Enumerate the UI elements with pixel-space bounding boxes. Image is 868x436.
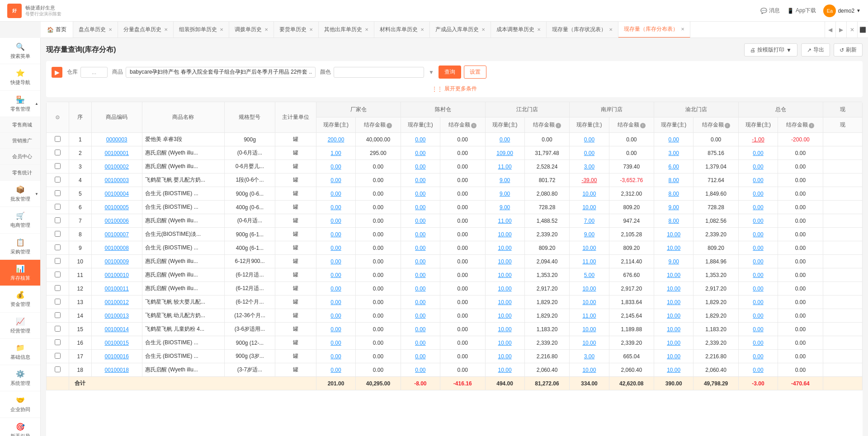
search-btn[interactable]: 查询 [439,66,461,79]
cell-factory-qty: 0.00 [316,173,355,187]
tab-product-in-close[interactable]: ✕ [481,27,485,32]
tab-material-out-close[interactable]: ✕ [420,27,424,32]
nanan-amt-info-icon[interactable]: i [640,123,646,128]
cell-checkbox[interactable] [47,133,69,146]
tab-inventory-count-close[interactable]: ✕ [108,27,112,32]
sidebar-item-retail[interactable]: 🏪 零售管理 ▲ [0,91,40,117]
cell-unit: 罐 [275,133,316,146]
tab-transfer-close[interactable]: ✕ [264,27,268,32]
message-btn[interactable]: 💬 消息 [760,7,780,14]
sidebar-item-retail-mall[interactable]: 零售商城 [0,117,40,133]
tab-product-in[interactable]: 产成品入库单历史 ✕ [430,22,491,38]
cell-checkbox[interactable] [47,336,69,350]
filter-warehouse-input[interactable] [80,67,108,78]
sidebar-item-operations[interactable]: 📈 经营管理 [0,313,40,339]
tab-transfer[interactable]: 调拨单历史 ✕ [229,22,274,38]
sidebar-item-basic-label: 基础信息 [10,354,30,360]
tab-other-out-close[interactable]: ✕ [365,27,368,32]
tab-cost-adjust-close[interactable]: ✕ [537,27,541,32]
cell-checkbox[interactable] [47,160,69,173]
cell-yuubei-amt: 1,829.20 [693,309,739,323]
jiangbei-amt-info-icon[interactable]: i [556,123,561,128]
tab-combo-dismantle[interactable]: 组装拆卸单历史 ✕ [174,22,229,38]
table-scroll[interactable]: ⚙ 序 商品编码 商品名称 规格型号 主计量单位 厂家仓 陈村仓 江北门店 南岸… [46,102,863,390]
sidebar-item-ecommerce[interactable]: 🛒 电商管理 [0,207,40,233]
cell-checkbox[interactable] [47,255,69,268]
sidebar-item-inventory[interactable]: 📊 库存核算 [0,260,40,286]
tab-material-out[interactable]: 材料出库单历史 ✕ [374,22,430,38]
tab-combo-dismantle-close[interactable]: ✕ [220,27,223,32]
sidebar-item-member[interactable]: 会员中心 [0,149,40,164]
cell-checkbox[interactable] [47,146,69,160]
cell-total-qty: 0.00 [738,255,778,268]
sidebar-item-finance-label: 资金管理 [10,301,30,307]
tab-stock-status-close[interactable]: ✕ [609,27,613,32]
sidebar-item-marketing[interactable]: 营销推广 [0,133,40,149]
shanchen-amt-info-icon[interactable]: i [471,123,476,128]
table-row: 14 00100013 飞鹤星飞帆 幼儿配方奶... (12-36个月... 罐… [47,309,863,323]
tab-sub-count[interactable]: 分量盘点单历史 ✕ [118,22,174,38]
user-dropdown[interactable]: Ea demo2 ▼ [823,5,861,17]
cell-factory-amt: 0.00 [356,173,401,187]
tab-requisition-close[interactable]: ✕ [309,27,313,32]
nav-next-btn[interactable]: ▶ [835,22,846,38]
sidebar-item-system[interactable]: ⚙️ 系统管理 [0,365,40,391]
filter-expand-btn[interactable]: ▶ [52,67,62,78]
cell-checkbox[interactable] [47,228,69,241]
sidebar-item-finance[interactable]: 💰 资金管理 [0,286,40,312]
tab-inventory-count[interactable]: 盘点单历史 ✕ [73,22,118,38]
total-amt-info-icon[interactable]: i [809,123,814,128]
cell-checkbox[interactable] [47,187,69,201]
cell-factory-qty: 0.00 [316,363,355,377]
cell-checkbox[interactable] [47,350,69,363]
refresh-btn[interactable]: ↺ 刷新 [834,43,863,56]
cell-checkbox[interactable] [47,201,69,214]
sidebar-item-wholesale[interactable]: 📦 批发管理 ▼ [0,181,40,207]
cell-spec: (3-7岁适... [224,363,275,377]
column-settings-icon[interactable]: ⚙ [55,114,60,121]
sidebar-item-retail-stats[interactable]: 零售统计 [0,165,40,181]
cell-checkbox[interactable] [47,309,69,323]
cell-yuubei-amt: 875.16 [693,146,739,160]
sidebar-item-newbie[interactable]: 🎯 新手引导 [0,418,40,436]
sidebar-item-purchase[interactable]: 📋 采购管理 [0,234,40,260]
nav-close-btn[interactable]: ✕ [846,22,857,38]
tab-requisition[interactable]: 要货单历史 ✕ [274,22,319,38]
cell-checkbox[interactable] [47,173,69,187]
cell-checkbox[interactable] [47,323,69,336]
tab-stock-dist-close[interactable]: ✕ [681,27,684,32]
expand-more-btn[interactable]: ⋮⋮ 展开更多条件 [52,83,857,93]
sidebar-item-enterprise[interactable]: 🤝 企业协同 [0,391,40,417]
nav-menu-btn[interactable]: ⬛ [857,22,868,38]
cell-checkbox[interactable] [47,363,69,377]
settings-btn[interactable]: 设置 [464,66,486,79]
download-btn[interactable]: 📱 App下载 [787,7,816,14]
sidebar-item-search[interactable]: 🔍 搜索英单 [0,38,40,64]
cell-checkbox[interactable] [47,295,69,309]
tab-stock-dist[interactable]: 现存量（库存分布表） ✕ [618,22,690,38]
home-icon: 🏠 [47,27,54,33]
cell-seq: 14 [69,309,91,323]
filter-color-input[interactable] [334,67,424,78]
print-btn[interactable]: 🖨 按模版打印 ▼ [744,43,797,56]
factory-amt-info-icon[interactable]: i [387,123,392,128]
tab-sub-count-close[interactable]: ✕ [164,27,168,32]
cell-total-amt: 0.00 [778,336,823,350]
cell-checkbox[interactable] [47,268,69,282]
cell-checkbox[interactable] [47,241,69,255]
sidebar-item-basic[interactable]: 📁 基础信息 [0,339,40,365]
tab-other-out[interactable]: 其他出库单历史 ✕ [319,22,374,38]
tab-stock-status[interactable]: 现存量（库存状况表） ✕ [547,22,618,38]
yuubei-amt-info-icon[interactable]: i [725,123,730,128]
cell-checkbox[interactable] [47,214,69,228]
cell-checkbox[interactable] [47,282,69,295]
export-btn[interactable]: ↗ 导出 [801,43,830,56]
nav-prev-btn[interactable]: ◀ [825,22,835,38]
page-actions: 🖨 按模版打印 ▼ ↗ 导出 ↺ 刷新 [744,43,863,56]
th-shanchen-amt: 结存金额i [440,117,485,133]
cell-yuubei-qty: 10.00 [654,350,693,363]
sidebar-item-quick-nav[interactable]: ⭐ 快捷导航 [0,64,40,90]
filter-product-input[interactable] [126,67,316,78]
tab-home[interactable]: 🏠 首页 [41,22,73,38]
tab-cost-adjust[interactable]: 成本调整单历史 ✕ [491,22,547,38]
